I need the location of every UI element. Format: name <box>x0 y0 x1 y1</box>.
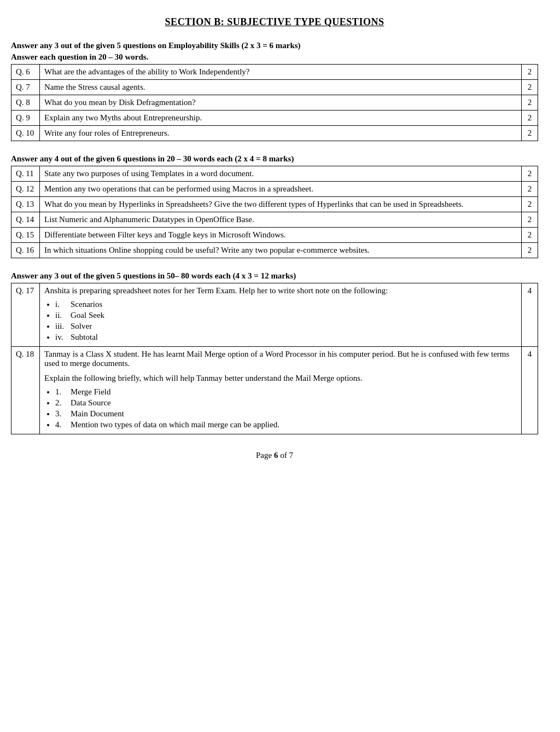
question-number: Q. 6 <box>11 65 40 80</box>
page-title: SECTION B: SUBJECTIVE TYPE QUESTIONS <box>11 16 538 28</box>
question-number: Q. 10 <box>11 126 40 141</box>
question-number: Q. 12 <box>11 182 40 197</box>
question-number: Q. 14 <box>11 212 40 228</box>
table-row: Q. 13 What do you mean by Hyperlinks in … <box>11 197 538 212</box>
question-marks: 2 <box>522 228 538 243</box>
list-item: i.Scenarios <box>55 300 517 309</box>
question-number: Q. 8 <box>11 95 40 111</box>
list-item: 4.Mention two types of data on which mai… <box>55 420 517 429</box>
question-text: State any two purposes of using Template… <box>40 166 522 182</box>
question-marks: 2 <box>522 95 538 111</box>
table-row: Q. 9 Explain any two Myths about Entrepr… <box>11 111 538 126</box>
question-marks: 2 <box>522 197 538 212</box>
question-text: Differentiate between Filter keys and To… <box>40 228 522 243</box>
section2-instruction: Answer any 4 out of the given 6 question… <box>11 154 538 164</box>
table-row: Q. 8 What do you mean by Disk Defragment… <box>11 95 538 111</box>
question-marks: 2 <box>522 166 538 182</box>
table-row: Q. 14 List Numeric and Alphanumeric Data… <box>11 212 538 228</box>
question-marks: 2 <box>522 111 538 126</box>
section3-table: Q. 17 Anshita is preparing spreadsheet n… <box>11 283 538 434</box>
question-text: Name the Stress causal agents. <box>40 80 522 95</box>
question-marks: 2 <box>522 65 538 80</box>
section3-block: Answer any 3 out of the given 5 question… <box>11 271 538 434</box>
question-marks: 2 <box>522 126 538 141</box>
question-number: Q. 7 <box>11 80 40 95</box>
page-footer: Page 6 of 7 <box>11 451 538 460</box>
list-item: 2.Data Source <box>55 398 517 408</box>
table-row: Q. 18 Tanmay is a Class X student. He ha… <box>11 347 538 434</box>
question-marks: 4 <box>522 347 538 434</box>
list-item: 1.Merge Field <box>55 387 517 397</box>
question-text: In which situations Online shopping coul… <box>40 243 522 258</box>
question-marks: 2 <box>522 80 538 95</box>
question-text: What do you mean by Hyperlinks in Spread… <box>40 197 522 212</box>
table-row: Q. 12 Mention any two operations that ca… <box>11 182 538 197</box>
section1-block: Answer any 3 out of the given 5 question… <box>11 41 538 141</box>
table-row: Q. 16 In which situations Online shoppin… <box>11 243 538 258</box>
list-item: 3.Main Document <box>55 409 517 419</box>
question-text: Tanmay is a Class X student. He has lear… <box>40 347 522 434</box>
question-text: Write any four roles of Entrepreneurs. <box>40 126 522 141</box>
footer-text: Page 6 of 7 <box>256 451 293 460</box>
list-item: iii.Solver <box>55 322 517 331</box>
question-marks: 2 <box>522 212 538 228</box>
question-number: Q. 15 <box>11 228 40 243</box>
question-marks: 2 <box>522 243 538 258</box>
question-marks: 4 <box>522 283 538 347</box>
question-number: Q. 9 <box>11 111 40 126</box>
footer-page-num: 6 <box>274 451 278 460</box>
question-text: Mention any two operations that can be p… <box>40 182 522 197</box>
question-number: Q. 18 <box>11 347 40 434</box>
question-text: What are the advantages of the ability t… <box>40 65 522 80</box>
section1-instruction2: Answer each question in 20 – 30 words. <box>11 53 538 62</box>
table-row: Q. 10 Write any four roles of Entreprene… <box>11 126 538 141</box>
list-item: ii.Goal Seek <box>55 311 517 320</box>
question-number: Q. 16 <box>11 243 40 258</box>
section2-block: Answer any 4 out of the given 6 question… <box>11 154 538 258</box>
question-text: Explain any two Myths about Entrepreneur… <box>40 111 522 126</box>
list-item: iv.Subtotal <box>55 333 517 342</box>
section1-table: Q. 6 What are the advantages of the abil… <box>11 64 538 141</box>
table-row: Q. 6 What are the advantages of the abil… <box>11 65 538 80</box>
question-marks: 2 <box>522 182 538 197</box>
question-text: List Numeric and Alphanumeric Datatypes … <box>40 212 522 228</box>
table-row: Q. 17 Anshita is preparing spreadsheet n… <box>11 283 538 347</box>
question-number: Q. 17 <box>11 283 40 347</box>
table-row: Q. 11 State any two purposes of using Te… <box>11 166 538 182</box>
section3-instruction: Answer any 3 out of the given 5 question… <box>11 271 538 281</box>
question-number: Q. 13 <box>11 197 40 212</box>
question-number: Q. 11 <box>11 166 40 182</box>
table-row: Q. 15 Differentiate between Filter keys … <box>11 228 538 243</box>
question-text: Anshita is preparing spreadsheet notes f… <box>40 283 522 347</box>
section1-instruction1: Answer any 3 out of the given 5 question… <box>11 41 538 50</box>
table-row: Q. 7 Name the Stress causal agents. 2 <box>11 80 538 95</box>
section2-table: Q. 11 State any two purposes of using Te… <box>11 166 538 258</box>
question-text: What do you mean by Disk Defragmentation… <box>40 95 522 111</box>
